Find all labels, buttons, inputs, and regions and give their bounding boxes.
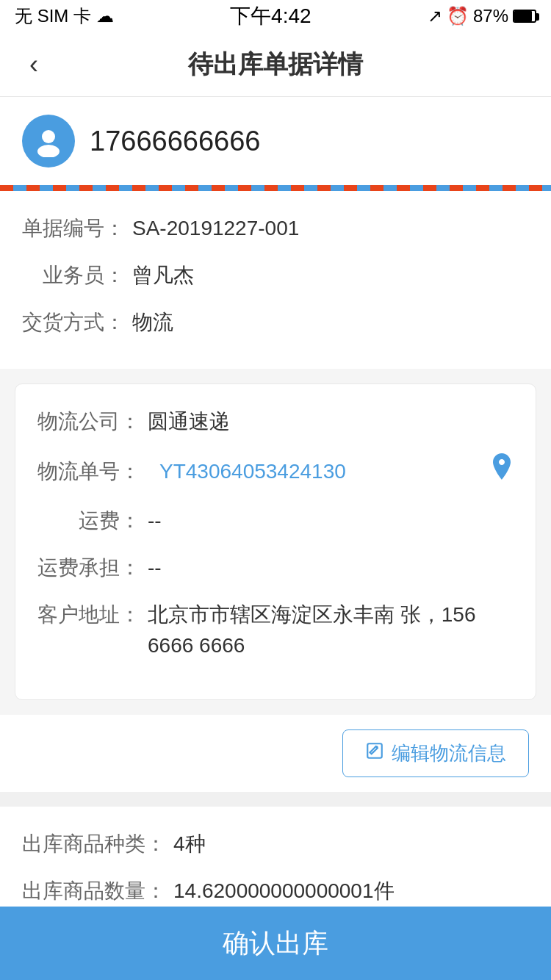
freight-bearer-value: -- <box>148 552 514 583</box>
status-time: 下午4:42 <box>230 2 311 30</box>
goods-quantity-row: 出库商品数量： 14.620000000000001件 <box>22 876 529 907</box>
dashed-divider <box>0 185 551 191</box>
freight-bearer-label: 运费承担： <box>37 552 140 583</box>
goods-type-value: 4种 <box>173 829 529 860</box>
logistics-company-row: 物流公司： 圆通速递 <box>37 406 514 437</box>
edit-btn-row: 编辑物流信息 <box>0 715 551 792</box>
nav-bar: ‹ 待出库单据详情 <box>0 32 551 97</box>
delivery-method-row: 交货方式： 物流 <box>22 307 529 338</box>
freight-label: 运费： <box>37 505 140 536</box>
sim-status: 无 SIM 卡 ☁ <box>15 4 114 28</box>
svg-point-0 <box>42 130 55 143</box>
logistics-company-label: 物流公司： <box>37 406 140 437</box>
page-title: 待出库单据详情 <box>188 48 363 82</box>
freight-row: 运费： -- <box>37 505 514 536</box>
back-button[interactable]: ‹ <box>22 42 46 87</box>
edit-logistics-label: 编辑物流信息 <box>392 741 506 766</box>
address-row: 客户地址： 北京市市辖区海淀区永丰南 张，156 6666 6666 <box>37 599 514 661</box>
logistics-company-value: 圆通速递 <box>148 406 514 437</box>
confirm-button-label: 确认出库 <box>223 926 328 962</box>
svg-point-1 <box>37 145 60 157</box>
address-value: 北京市市辖区海淀区永丰南 张，156 6666 6666 <box>148 599 514 661</box>
battery-icon <box>513 10 536 23</box>
edit-logistics-button[interactable]: 编辑物流信息 <box>342 729 529 777</box>
goods-quantity-value: 14.620000000000001件 <box>173 876 529 907</box>
status-bar: 无 SIM 卡 ☁ 下午4:42 ↗ ⏰ 87% <box>0 0 551 32</box>
basic-info-section: 单据编号： SA-20191227-001 业务员： 曾凡杰 交货方式： 物流 <box>0 191 551 369</box>
goods-type-label: 出库商品种类： <box>22 829 166 860</box>
sales-person-value: 曾凡杰 <box>132 260 529 291</box>
goods-quantity-label: 出库商品数量： <box>22 876 166 907</box>
delivery-method-label: 交货方式： <box>22 307 125 338</box>
delivery-method-value: 物流 <box>132 307 529 338</box>
location-icon[interactable] <box>490 453 514 489</box>
order-no-row: 单据编号： SA-20191227-001 <box>22 213 529 244</box>
freight-bearer-row: 运费承担： -- <box>37 552 514 583</box>
customer-header: 17666666666 <box>0 97 551 185</box>
customer-phone: 17666666666 <box>90 126 260 157</box>
tracking-no-row: 物流单号： YT43064053424130 <box>37 453 514 489</box>
sales-person-row: 业务员： 曾凡杰 <box>22 260 529 291</box>
alarm-icon: ⏰ <box>447 6 469 26</box>
logistics-section: 物流公司： 圆通速递 物流单号： YT43064053424130 运费： --… <box>15 383 536 700</box>
tracking-no-label: 物流单号： <box>37 456 140 487</box>
section-separator <box>0 792 551 807</box>
avatar <box>22 115 75 167</box>
person-icon <box>32 125 65 157</box>
order-no-label: 单据编号： <box>22 213 125 244</box>
goods-type-row: 出库商品种类： 4种 <box>22 829 529 860</box>
status-left: 无 SIM 卡 ☁ <box>15 4 114 28</box>
confirm-button[interactable]: 确认出库 <box>0 907 551 980</box>
sales-person-label: 业务员： <box>22 260 125 291</box>
address-label: 客户地址： <box>37 599 140 630</box>
location-status-icon: ↗ <box>428 6 442 26</box>
freight-value: -- <box>148 505 514 536</box>
order-no-value: SA-20191227-001 <box>132 213 529 244</box>
tracking-no-value: YT43064053424130 <box>159 456 478 487</box>
battery-level: 87% <box>473 6 508 26</box>
status-right: ↗ ⏰ 87% <box>428 6 536 26</box>
edit-icon <box>365 741 384 765</box>
